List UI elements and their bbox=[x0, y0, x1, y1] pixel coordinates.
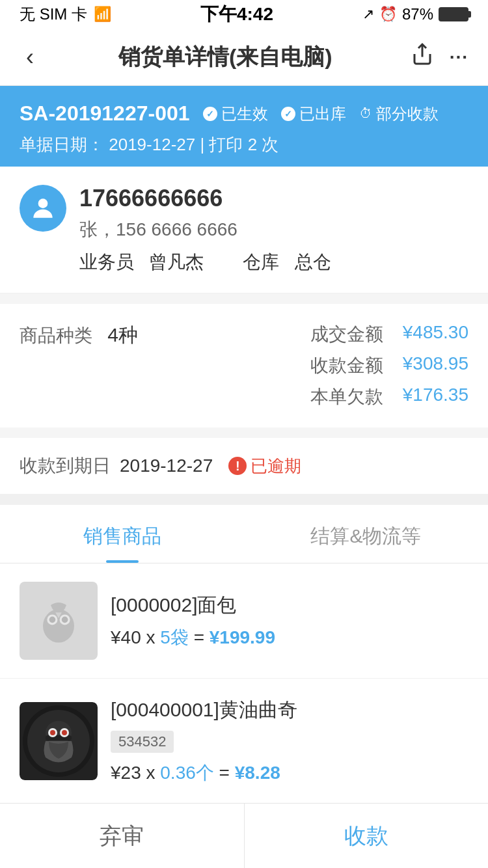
customer-phone: 张，156 6666 6666 bbox=[79, 217, 468, 242]
product-info-cookie: [000400001]黄油曲奇 534532 ¥23 x 0.36个 = ¥8.… bbox=[111, 697, 468, 785]
overdue-badge: ! 已逾期 bbox=[228, 455, 301, 478]
order-id: SA-20191227-001 bbox=[20, 102, 190, 126]
svg-point-6 bbox=[62, 617, 68, 623]
order-status-row: SA-20191227-001 ✓ 已生效 ✓ 已出库 ⏱ 部分收款 bbox=[20, 102, 468, 126]
thumb-placeholder: 量+ bbox=[20, 582, 98, 660]
product-name-cookie: [000400001]黄油曲奇 bbox=[111, 697, 468, 724]
nav-right-actions: ··· bbox=[411, 42, 468, 72]
product-list: 量+ [0000002]面包 ¥40 x 5袋 = ¥199.99 bbox=[0, 563, 488, 804]
deal-value: ¥485.30 bbox=[403, 322, 468, 347]
product-thumb-cookie bbox=[20, 702, 98, 780]
due-label: 收款到期日 bbox=[20, 454, 111, 478]
total-cookie: ¥8.28 bbox=[235, 763, 280, 783]
print-suffix: 次 bbox=[262, 135, 278, 154]
battery-label: 87% bbox=[402, 5, 433, 23]
tab-settlement-logistics[interactable]: 结算&物流等 bbox=[244, 505, 488, 563]
page-title: 销货单详情(来自电脑) bbox=[118, 42, 332, 72]
owed-amount-row: 本单欠款 ¥176.35 bbox=[310, 385, 468, 409]
bottom-action-bar: 弃审 收款 bbox=[0, 803, 488, 868]
price-unit-cookie: ¥23 bbox=[111, 763, 141, 783]
summary-section: 商品种类 4种 成交金额 ¥485.30 收款金额 ¥308.95 本单欠款 ¥… bbox=[0, 304, 488, 427]
owed-value: ¥176.35 bbox=[403, 385, 468, 409]
date-value: 2019-12-27 bbox=[109, 135, 195, 154]
status-time: 下午4:42 bbox=[200, 2, 273, 27]
check-icon: ✓ bbox=[203, 107, 217, 121]
overdue-icon: ! bbox=[228, 457, 247, 475]
svg-point-14 bbox=[50, 730, 55, 735]
battery-icon bbox=[439, 7, 468, 21]
received-value: ¥308.95 bbox=[403, 353, 468, 378]
alarm-icon: ⏰ bbox=[379, 6, 397, 23]
location-icon: ↗ bbox=[362, 6, 374, 23]
customer-section: 17666666666 张，156 6666 6666 业务员 曾凡杰 仓库 总… bbox=[0, 167, 488, 293]
warehouse-value: 总仓 bbox=[295, 252, 331, 272]
customer-avatar bbox=[20, 185, 66, 232]
qty-bread: 5袋 bbox=[160, 627, 189, 647]
product-thumb-bread: 量+ bbox=[20, 582, 98, 660]
clock-icon: ⏱ bbox=[359, 106, 372, 121]
due-date-section: 收款到期日 2019-12-27 ! 已逾期 bbox=[0, 438, 488, 495]
status-left: 无 SIM 卡 📶 bbox=[20, 4, 111, 25]
print-count: 2 bbox=[248, 135, 257, 154]
order-header-banner: SA-20191227-001 ✓ 已生效 ✓ 已出库 ⏱ 部分收款 单据日期：… bbox=[0, 86, 488, 167]
product-price-cookie: ¥23 x 0.36个 = ¥8.28 bbox=[111, 761, 468, 785]
status-right: ↗ ⏰ 87% bbox=[362, 5, 468, 23]
tab-bar: 销售商品 结算&物流等 bbox=[0, 505, 488, 563]
sales-label: 业务员 曾凡杰 bbox=[79, 250, 204, 275]
received-amount-row: 收款金额 ¥308.95 bbox=[310, 353, 468, 378]
overdue-label: 已逾期 bbox=[251, 455, 301, 478]
carrier-label: 无 SIM 卡 bbox=[20, 4, 87, 25]
product-info-bread: [0000002]面包 ¥40 x 5袋 = ¥199.99 bbox=[111, 592, 468, 650]
check-icon-2: ✓ bbox=[281, 107, 295, 121]
owed-label: 本单欠款 bbox=[310, 385, 383, 409]
type-value: 4种 bbox=[107, 324, 138, 346]
product-name-bread: [0000002]面包 bbox=[111, 592, 468, 619]
deal-label: 成交金额 bbox=[310, 322, 383, 347]
status-badge-shipped: ✓ 已出库 bbox=[281, 103, 346, 124]
status-badge-effective: ✓ 已生效 bbox=[203, 103, 268, 124]
print-label: | 打印 bbox=[200, 135, 243, 154]
wifi-icon: 📶 bbox=[94, 6, 111, 23]
order-date-row: 单据日期： 2019-12-27 | 打印 2 次 bbox=[20, 133, 468, 156]
product-item-bread: 量+ [0000002]面包 ¥40 x 5袋 = ¥199.99 bbox=[0, 563, 488, 679]
product-price-bread: ¥40 x 5袋 = ¥199.99 bbox=[111, 625, 468, 650]
tab-sales-products[interactable]: 销售商品 bbox=[0, 505, 244, 563]
status-badge-partial: ⏱ 部分收款 bbox=[359, 103, 439, 124]
date-label: 单据日期： bbox=[20, 135, 104, 154]
more-button[interactable]: ··· bbox=[450, 47, 468, 68]
total-bread: ¥199.99 bbox=[210, 627, 275, 647]
nav-bar: ‹ 销货单详情(来自电脑) ··· bbox=[0, 29, 488, 86]
product-item-cookie: [000400001]黄油曲奇 534532 ¥23 x 0.36个 = ¥8.… bbox=[0, 679, 488, 804]
deal-amount-row: 成交金额 ¥485.30 bbox=[310, 322, 468, 347]
share-button[interactable] bbox=[411, 42, 434, 72]
price-unit-bread: ¥40 bbox=[111, 627, 141, 647]
back-button[interactable]: ‹ bbox=[20, 37, 40, 77]
sales-value: 曾凡杰 bbox=[149, 252, 204, 272]
customer-meta: 业务员 曾凡杰 仓库 总仓 bbox=[79, 250, 468, 275]
amount-summary: 成交金额 ¥485.30 收款金额 ¥308.95 本单欠款 ¥176.35 bbox=[310, 322, 468, 409]
warehouse-label: 仓库 总仓 bbox=[243, 250, 331, 275]
section-divider bbox=[0, 495, 488, 505]
cancel-review-button[interactable]: 弃审 bbox=[0, 804, 245, 868]
svg-rect-11 bbox=[46, 735, 72, 740]
svg-point-5 bbox=[49, 617, 56, 623]
type-label: 商品种类 bbox=[20, 325, 92, 346]
svg-point-1 bbox=[38, 198, 48, 208]
due-date-value: 2019-12-27 bbox=[120, 455, 213, 476]
customer-id: 17666666666 bbox=[79, 185, 468, 212]
collect-payment-button[interactable]: 收款 bbox=[245, 804, 489, 868]
product-tag-cookie: 534532 bbox=[111, 731, 174, 753]
status-bar: 无 SIM 卡 📶 下午4:42 ↗ ⏰ 87% bbox=[0, 0, 488, 29]
received-label: 收款金额 bbox=[310, 353, 383, 378]
product-type-info: 商品种类 4种 bbox=[20, 322, 138, 349]
svg-point-15 bbox=[62, 730, 67, 735]
qty-cookie: 0.36个 bbox=[160, 763, 214, 783]
customer-details: 17666666666 张，156 6666 6666 业务员 曾凡杰 仓库 总… bbox=[79, 185, 468, 275]
